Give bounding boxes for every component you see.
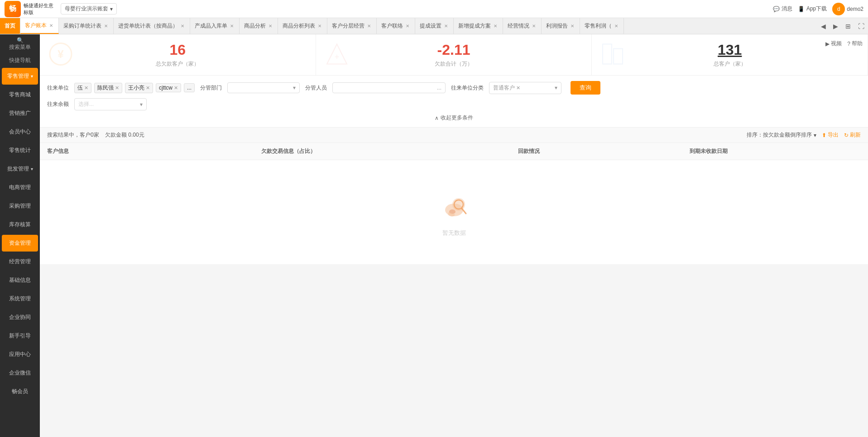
- app-download-button[interactable]: 📱 App下载: [798, 5, 827, 13]
- stat-right-actions: ▶ 视频 ? 帮助: [825, 40, 863, 48]
- remove-tag-cj[interactable]: ✕: [174, 85, 178, 91]
- query-button[interactable]: 查询: [571, 81, 600, 95]
- balance-filter-select[interactable]: 选择... ▾: [74, 98, 147, 110]
- sidebar-item-retail-mall[interactable]: 零售商城: [2, 86, 38, 103]
- arrow-icon-wholesale: ▾: [31, 166, 33, 171]
- tab-customer-contact[interactable]: 客户联络 ✕: [377, 18, 415, 34]
- tab-close-product-stock[interactable]: ✕: [229, 23, 235, 29]
- sidebar-item-wechat[interactable]: 企业微信: [2, 365, 38, 381]
- tab-close-customer-contact[interactable]: ✕: [405, 23, 410, 29]
- refresh-button[interactable]: ↻ 刷新: [844, 131, 861, 139]
- video-button[interactable]: ▶ 视频: [825, 40, 842, 48]
- stat-debt-total: + -2.11 欠款合计（万）: [316, 34, 592, 75]
- tab-prev-button[interactable]: ◀: [817, 21, 830, 32]
- top-right: 💬 消息 📱 App下载 d demo2: [773, 3, 863, 15]
- remove-tag-wang[interactable]: ✕: [146, 85, 150, 91]
- avatar: d: [832, 3, 845, 15]
- sidebar-item-system[interactable]: 系统管理: [2, 290, 38, 307]
- tab-business[interactable]: 经营情况 ✕: [503, 18, 542, 34]
- tab-close-promotion-settings[interactable]: ✕: [443, 23, 449, 29]
- tab-close-stock-stat[interactable]: ✕: [180, 23, 185, 29]
- sidebar-item-app-center[interactable]: 应用中心: [2, 346, 38, 363]
- sidebar-item-retail[interactable]: 零售管理 ▾: [2, 68, 38, 85]
- remove-tag-wu[interactable]: ✕: [84, 85, 88, 91]
- export-button[interactable]: ⬆ 导出: [822, 131, 839, 139]
- stat-debt-value: -2.11: [437, 42, 470, 58]
- stat-customers-value: 16: [170, 42, 186, 58]
- tab-product-analysis-list[interactable]: 商品分析列表 ✕: [278, 18, 327, 34]
- tab-close-product-analysis[interactable]: ✕: [268, 23, 273, 29]
- help-button[interactable]: ? 帮助: [847, 40, 863, 48]
- tab-retail-profit[interactable]: 零售利润（ ✕: [580, 18, 624, 34]
- page-content: ¥ 16 总欠款客户（家） + -2.11 欠款合计（万）: [40, 34, 868, 437]
- tab-expand-button[interactable]: ⊞: [842, 21, 854, 32]
- sidebar-item-basic-info[interactable]: 基础信息: [2, 272, 38, 289]
- tab-product-analysis[interactable]: 商品分析 ✕: [240, 18, 278, 34]
- sidebar-item-inventory[interactable]: 库存核算: [2, 216, 38, 233]
- sidebar-item-vip[interactable]: 畅会员: [2, 383, 38, 400]
- filter-tag-customer-type: 普通客户 ✕: [493, 84, 520, 92]
- tab-promotion-settings[interactable]: 提成设置 ✕: [415, 18, 454, 34]
- sidebar-item-enterprise[interactable]: 企业协同: [2, 309, 38, 326]
- sidebar-quick-nav[interactable]: 快捷导航: [0, 54, 40, 67]
- logo-area: 畅 畅捷通好生意 标版: [5, 1, 53, 17]
- col-header-customer: 客户信息: [47, 147, 261, 155]
- sidebar-item-wholesale[interactable]: 批发管理 ▾: [2, 161, 38, 177]
- sidebar-item-ecommerce[interactable]: 电商管理: [2, 179, 38, 196]
- tab-next-button[interactable]: ▶: [830, 21, 842, 32]
- export-icon: ⬆: [822, 132, 826, 138]
- unit-type-filter-select[interactable]: 普通客户 ✕ ▾: [489, 82, 561, 94]
- tab-close-retail-profit[interactable]: ✕: [614, 23, 619, 29]
- stat-debt-label: 欠款合计（万）: [435, 60, 473, 68]
- remove-tag-customer-type[interactable]: ✕: [516, 85, 520, 91]
- tab-close-new-promo[interactable]: ✕: [493, 23, 498, 29]
- sort-select[interactable]: 排序：按欠款金额倒序排序 ▾: [747, 131, 816, 139]
- stats-bar: ¥ 16 总欠款客户（家） + -2.11 欠款合计（万）: [40, 34, 868, 76]
- person-filter-select[interactable]: ...: [332, 82, 446, 93]
- tab-customer-tier[interactable]: 客户分层经营 ✕: [327, 18, 377, 34]
- svg-rect-5: [614, 49, 623, 64]
- filter-tag-chen: 陈民强 ✕: [94, 83, 122, 93]
- sidebar-item-finance[interactable]: 资金管理: [2, 235, 38, 252]
- collapse-filter-button[interactable]: ∧ 收起更多条件: [47, 114, 861, 122]
- tab-close-product-analysis-list[interactable]: ✕: [317, 23, 322, 29]
- tab-close-profit-report[interactable]: ✕: [570, 23, 575, 29]
- sidebar-item-member[interactable]: 会员中心: [2, 124, 38, 140]
- sort-actions: 排序：按欠款金额倒序排序 ▾ ⬆ 导出 ↻ 刷新: [747, 131, 861, 139]
- stat-all-customers-label: 总客户（家）: [714, 60, 746, 68]
- sidebar-item-purchase[interactable]: 采购管理: [2, 198, 38, 214]
- tab-purchase-order[interactable]: 采购订单统计表 ✕: [59, 18, 114, 34]
- chevron-down-unit-type-icon: ▾: [555, 85, 557, 91]
- tab-close-customer-account[interactable]: ✕: [48, 23, 54, 28]
- tab-home[interactable]: 首页: [0, 18, 20, 34]
- user-profile[interactable]: d demo2: [832, 3, 863, 15]
- tab-product-stock[interactable]: 产成品入库单 ✕: [190, 18, 240, 34]
- tab-fullscreen-button[interactable]: ⛶: [854, 21, 868, 32]
- tab-stock-stat[interactable]: 进货单统计表（按商品） ✕: [114, 18, 190, 34]
- tab-new-promo[interactable]: 新增提成方案 ✕: [454, 18, 503, 34]
- tab-close-purchase-order[interactable]: ✕: [103, 23, 109, 29]
- sidebar-item-operations[interactable]: 经营管理: [2, 253, 38, 270]
- dept-filter-select[interactable]: ▾: [227, 82, 300, 93]
- filter-tag-wang: 王小亮 ✕: [125, 83, 153, 93]
- tab-close-business[interactable]: ✕: [531, 23, 537, 29]
- filter-tag-more[interactable]: ...: [184, 83, 195, 92]
- sidebar-item-marketing[interactable]: 营销推广: [2, 105, 38, 122]
- tab-bar-actions: ◀ ▶ ⊞ ⛶: [817, 21, 868, 32]
- tab-profit-report[interactable]: 利润报告 ✕: [542, 18, 580, 34]
- message-button[interactable]: 💬 消息: [773, 5, 792, 13]
- video-icon: ▶: [825, 41, 830, 47]
- sidebar-item-retail-stat[interactable]: 零售统计: [2, 142, 38, 159]
- logo-icon: 畅: [5, 1, 21, 17]
- sidebar: 🔍 搜索菜单 快捷导航 零售管理 ▾ 零售商城 营销推广 会员中心 零售统计 批…: [0, 34, 40, 437]
- sidebar-item-newbie[interactable]: 新手引导: [2, 328, 38, 344]
- top-bar: 畅 畅捷通好生意 标版 母婴行业演示账套 ▾ 💬 消息 📱 App下载 d de…: [0, 0, 868, 18]
- empty-text: 暂无数据: [442, 229, 466, 237]
- tenant-selector[interactable]: 母婴行业演示账套 ▾: [61, 3, 117, 14]
- sidebar-search-button[interactable]: 🔍 搜索菜单: [0, 34, 40, 54]
- remove-tag-chen[interactable]: ✕: [115, 85, 119, 91]
- tab-close-customer-tier[interactable]: ✕: [366, 23, 372, 29]
- tab-bar: 首页 客户账本 ✕ 采购订单统计表 ✕ 进货单统计表（按商品） ✕ 产成品入库单…: [0, 18, 868, 34]
- tab-customer-account[interactable]: 客户账本 ✕: [20, 18, 59, 34]
- chevron-down-dept-icon: ▾: [293, 85, 296, 91]
